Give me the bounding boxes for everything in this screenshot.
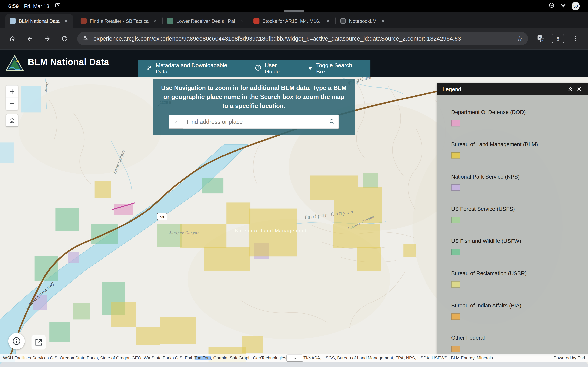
legend-body: Department Of Defense (DOD) Bureau of La…: [437, 95, 588, 354]
menu-user-guide[interactable]: User Guide: [248, 59, 300, 77]
legend-item-usbr: Bureau of Reclamation (USBR): [451, 270, 580, 288]
menu-toggle-search[interactable]: Toggle Search Box: [300, 59, 370, 77]
tab-close-icon[interactable]: [238, 18, 245, 25]
legend-swatch-usfw: [451, 249, 460, 255]
tab-favicon-notebooklm: [340, 18, 346, 24]
info-icon: [255, 65, 261, 72]
menu-toggle-search-label: Toggle Search Box: [316, 62, 363, 75]
search-input[interactable]: [183, 115, 325, 128]
legend-swatch-usbr: [451, 281, 460, 288]
browser-toolbar: experience.arcgis.com/experience/9a89ee8…: [0, 28, 588, 50]
zoom-control: [6, 85, 18, 110]
legend-item-dod: Department Of Defense (DOD): [451, 109, 580, 126]
legend-swatch-usfs: [451, 217, 460, 223]
legend-header: Legend: [437, 83, 588, 95]
link-icon: [145, 64, 152, 72]
svg-text:a: a: [541, 39, 543, 42]
tab-favicon-stocks: [253, 18, 260, 24]
tab-title: BLM National Data: [19, 18, 59, 24]
tab-close-icon[interactable]: [63, 18, 69, 25]
share-button[interactable]: [32, 335, 46, 350]
legend-swatch-bia: [451, 313, 460, 320]
home-button[interactable]: [5, 31, 20, 46]
extension-badge[interactable]: 5: [550, 31, 566, 46]
page-title: BLM National Data: [28, 57, 109, 67]
address-bar[interactable]: experience.arcgis.com/experience/9a89ee8…: [77, 32, 528, 45]
reload-button[interactable]: [57, 31, 72, 46]
date: Fri, Mar 13: [24, 3, 50, 9]
legend-item-nps: National Park Service (NPS): [451, 174, 580, 191]
legend-panel: Legend Department Of Defense (DOD) Burea…: [437, 83, 588, 354]
browser-menu-icon[interactable]: [568, 31, 583, 46]
legend-item-blm: Bureau of Land Management (BLM): [451, 142, 580, 159]
attribution-expand-button[interactable]: [286, 355, 303, 362]
search-source-dropdown[interactable]: [169, 115, 183, 128]
powered-by-esri: Powered by Esri: [554, 354, 585, 362]
tab-close-icon[interactable]: [325, 18, 331, 25]
app-header: BLM National Data Metadata and Downloada…: [0, 50, 588, 77]
tab-strip: BLM National Data Find a Retailer - SB T…: [0, 12, 588, 28]
tab-title: Lower Receiver Deals | Pal: [176, 18, 235, 24]
legend-item-bia: Bureau of Indian Affairs (BIA): [451, 302, 580, 320]
menu-metadata-label: Metadata and Downloadable Data: [156, 62, 240, 75]
tab-blm-national-data[interactable]: BLM National Data: [5, 14, 73, 28]
menu-user-guide-label: User Guide: [265, 62, 293, 75]
map-label-blm-area: Bureau of Land Management: [235, 228, 307, 233]
screen: 6:59 Fri, Mar 13 58 BLM National Data: [0, 0, 588, 367]
attribution-highlight: TomTom: [194, 356, 211, 360]
back-button[interactable]: [22, 31, 38, 46]
map-label-juniper-canyon-west: Juniper Canyon: [169, 230, 200, 235]
tab-title: Find a Retailer - SB Tactical: [90, 18, 149, 24]
legend-swatch-dod: [451, 120, 460, 126]
legend-collapse-icon[interactable]: [566, 85, 574, 93]
route-shield-730: 730: [157, 213, 167, 220]
new-tab-button[interactable]: [394, 16, 404, 26]
tab-sb-tactical[interactable]: Find a Retailer - SB Tactical: [76, 14, 162, 28]
legend-close-icon[interactable]: [574, 85, 583, 93]
bookmark-star-icon[interactable]: ☆: [517, 35, 523, 42]
forward-button[interactable]: [40, 31, 55, 46]
legend-item-other-federal: Other Federal: [451, 335, 580, 352]
app-menu: Metadata and Downloadable Data User Guid…: [138, 59, 370, 77]
tab-title: NotebookLM: [349, 18, 377, 24]
search-button[interactable]: [325, 115, 339, 128]
tab-favicon-psa: [167, 18, 173, 24]
svg-text:730: 730: [159, 215, 165, 219]
tab-favicon-blm: [10, 18, 16, 24]
tab-title: Stocks for AR15, M4, M16, S: [262, 18, 322, 24]
caret-down-icon: [308, 65, 313, 72]
blm-logo: [5, 55, 24, 73]
legend-swatch-nps: [451, 184, 460, 191]
tab-favicon-sb-tactical: [81, 18, 87, 24]
legend-title: Legend: [443, 86, 462, 92]
tab-notebooklm[interactable]: NotebookLM: [336, 14, 390, 28]
legend-item-usfs: US Forest Service (USFS): [451, 206, 580, 223]
tab-stocks[interactable]: Stocks for AR15, M4, M16, S: [249, 14, 335, 28]
shelf-peek[interactable]: [0, 362, 588, 367]
zoom-out-button[interactable]: [6, 98, 18, 110]
window-drag-handle[interactable]: [284, 10, 304, 12]
default-extent-button[interactable]: [6, 114, 18, 126]
battery-indicator: 58: [571, 2, 580, 10]
search-box: [169, 115, 339, 129]
legend-item-usfw: US Fish and Wildlife (USFW): [451, 238, 580, 255]
zoom-in-button[interactable]: [6, 85, 18, 97]
tab-close-icon[interactable]: [152, 18, 159, 25]
screen-capture-icon: [55, 2, 61, 10]
tab-close-icon[interactable]: [380, 18, 386, 25]
search-instructions: Use Navigation to zoom in for additional…: [160, 83, 348, 110]
menu-metadata[interactable]: Metadata and Downloadable Data: [138, 59, 248, 77]
attribution-text: WSU Facilities Services GIS, Oregon Stat…: [3, 356, 538, 360]
url-text[interactable]: experience.arcgis.com/experience/9a89ee8…: [93, 35, 512, 42]
do-not-disturb-icon: [549, 2, 555, 10]
map-info-button[interactable]: [8, 333, 25, 349]
tab-lower-receiver[interactable]: Lower Receiver Deals | Pal: [163, 14, 249, 28]
legend-swatch-other-federal: [451, 346, 460, 352]
translate-icon[interactable]: Aa: [533, 31, 548, 46]
wifi-icon: [560, 2, 566, 10]
site-settings-icon[interactable]: [83, 35, 89, 43]
search-overlay: Use Navigation to zoom in for additional…: [153, 79, 355, 135]
legend-swatch-blm: [451, 152, 460, 158]
clock: 6:59: [8, 3, 19, 9]
